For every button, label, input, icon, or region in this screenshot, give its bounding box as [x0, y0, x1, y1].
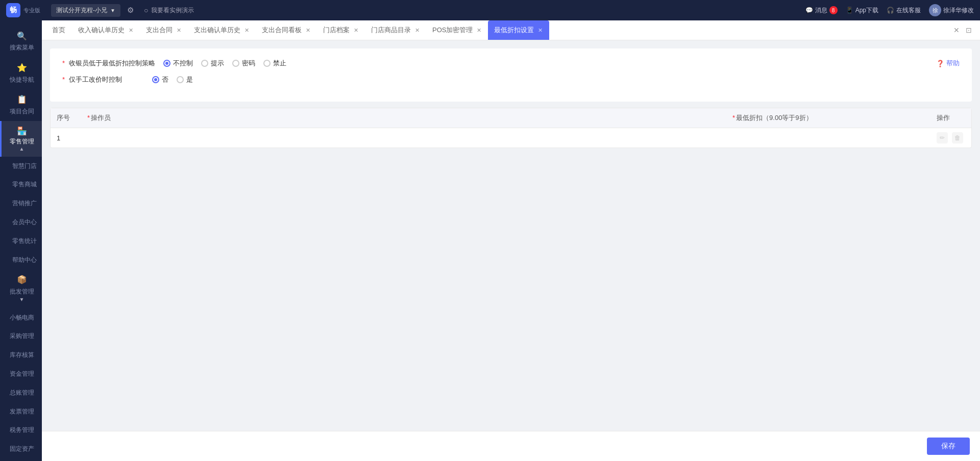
avatar: 徐 — [929, 4, 941, 16]
sidebar-item-retail-stats[interactable]: 零售统计 — [0, 232, 42, 251]
project-dropdown-icon: ▼ — [110, 8, 115, 13]
sidebar-item-batch-label: 批发管理 — [10, 287, 34, 296]
app-edition-label: 专业版 — [23, 7, 40, 14]
tab-store-file[interactable]: 门店档案 ✕ — [317, 20, 365, 40]
sidebar-item-tax[interactable]: 税务管理 — [0, 421, 42, 440]
discount-policy-row: * 收银员低于最低折扣控制策略 不控制 提示 — [62, 59, 960, 68]
tab-income-history[interactable]: 收入确认单历史 ✕ — [72, 20, 140, 40]
sidebar-item-retail[interactable]: 🏪 零售管理 ▲ — [0, 121, 42, 157]
demo-link[interactable]: ○ 我要看实例演示 — [144, 6, 194, 15]
sidebar-item-marketing-label: 营销推广 — [12, 199, 37, 208]
sidebar-item-smart-store-label: 智慧门店 — [12, 162, 37, 171]
col-header-min-discount: *最低折扣（9.00等于9折） — [726, 108, 930, 128]
customer-service-label: 在线客服 — [896, 6, 921, 15]
app-logo: 畅 专业版 — [6, 3, 47, 17]
messages-btn[interactable]: 💬 消息 8 — [805, 6, 838, 15]
sidebar-item-retail-mall[interactable]: 零售商城 — [0, 175, 42, 194]
sidebar-item-search[interactable]: 🔍 搜索菜单 — [0, 26, 42, 57]
sidebar-item-purchase[interactable]: 采购管理 — [0, 327, 42, 346]
col-header-actions: 操作 — [930, 108, 971, 128]
demo-label: 我要看实例演示 — [151, 6, 194, 15]
project-name: 测试分开克程-小兄 — [56, 6, 107, 15]
tab-income-history-close[interactable]: ✕ — [129, 27, 133, 34]
sidebar-item-batch[interactable]: 📦 批发管理 ▼ — [0, 269, 42, 308]
headset-icon: 🎧 — [887, 7, 894, 14]
sidebar-item-accounting[interactable]: 总账管理 — [0, 383, 42, 402]
sidebar-item-help-center[interactable]: 帮助中心 — [0, 251, 42, 270]
sidebar-item-shortcut[interactable]: ⭐ 快捷导航 — [0, 57, 42, 89]
sidebar-item-assets[interactable]: 固定资产 — [0, 440, 42, 458]
discount-table: 序号 *操作员 *最低折扣（9.00等于9折） 操作 1 — [51, 108, 971, 148]
tab-home[interactable]: 首页 — [46, 20, 72, 40]
radio-password[interactable]: 密码 — [232, 59, 255, 68]
tab-close-all-btn[interactable]: ✕ — [951, 25, 962, 35]
tab-min-discount-close[interactable]: ✕ — [538, 27, 543, 34]
radio-no-circle — [152, 76, 159, 83]
app-download-btn[interactable]: 📱 App下载 — [846, 6, 878, 15]
app-download-label: App下载 — [855, 6, 878, 15]
sidebar-item-contract[interactable]: 📋 项目合同 — [0, 89, 42, 120]
cell-min-discount — [726, 128, 930, 148]
required-star-2: * — [62, 76, 65, 83]
radio-yes-circle — [177, 76, 184, 83]
tab-min-discount[interactable]: 最低折扣设置 ✕ — [488, 20, 549, 40]
sidebar-item-finance[interactable]: 资金管理 — [0, 365, 42, 383]
sidebar-item-ecommerce[interactable]: 小畅电商 — [0, 308, 42, 327]
sidebar-item-retail-stats-label: 零售统计 — [12, 237, 37, 246]
page-content: * 收银员低于最低折扣控制策略 不控制 提示 — [42, 40, 980, 431]
tab-store-products[interactable]: 门店商品目录 ✕ — [365, 20, 426, 40]
sidebar-item-contract-label: 项目合同 — [10, 107, 34, 116]
tab-payment-history-label: 支出确认单历史 — [194, 26, 240, 35]
contract-icon: 📋 — [17, 94, 27, 105]
tab-payment-contract[interactable]: 支出合同 ✕ — [140, 20, 188, 40]
sidebar-item-member-label: 会员中心 — [12, 218, 37, 227]
user-name: 徐泽华修改 — [943, 6, 974, 15]
sidebar-item-member[interactable]: 会员中心 — [0, 213, 42, 232]
sidebar-item-shortcut-label: 快捷导航 — [10, 76, 34, 84]
radio-forbid-label: 禁止 — [273, 59, 286, 68]
tab-pos-encrypt[interactable]: POS加密管理 ✕ — [426, 20, 488, 40]
delete-btn[interactable]: 🗑 — [952, 132, 963, 143]
user-menu[interactable]: 徐 徐泽华修改 — [929, 4, 974, 16]
tab-expand-btn[interactable]: ⊡ — [964, 25, 974, 35]
tab-income-history-label: 收入确认单历史 — [78, 26, 125, 35]
tab-store-file-close[interactable]: ✕ — [354, 27, 358, 34]
manual-control-radio-group: 否 是 — [152, 75, 193, 84]
sidebar-item-finance-label: 资金管理 — [10, 370, 34, 378]
tab-payment-board-close[interactable]: ✕ — [306, 27, 310, 34]
cell-seq: 1 — [51, 128, 81, 148]
sidebar-item-invoice[interactable]: 发票管理 — [0, 402, 42, 421]
save-button[interactable]: 保存 — [927, 438, 970, 455]
sidebar-item-marketing[interactable]: 营销推广 — [0, 194, 42, 213]
col-header-operator: *操作员 — [81, 108, 726, 128]
radio-no[interactable]: 否 — [152, 75, 168, 84]
discount-policy-radio-group: 不控制 提示 密码 禁止 — [163, 59, 286, 68]
radio-yes[interactable]: 是 — [177, 75, 193, 84]
tab-payment-board[interactable]: 支出合同看板 ✕ — [256, 20, 317, 40]
retail-arrow-icon: ▲ — [19, 146, 24, 152]
tab-payment-history-close[interactable]: ✕ — [244, 27, 249, 34]
radio-forbid[interactable]: 禁止 — [263, 59, 286, 68]
sidebar-item-smart-store[interactable]: 智慧门店 — [0, 157, 42, 176]
tab-pos-encrypt-close[interactable]: ✕ — [477, 27, 481, 34]
radio-no-control[interactable]: 不控制 — [163, 59, 193, 68]
sidebar-item-search-label: 搜索菜单 — [10, 43, 34, 52]
project-selector[interactable]: 测试分开克程-小兄 ▼ — [51, 4, 120, 17]
col-header-seq: 序号 — [51, 108, 81, 128]
sidebar-item-salary[interactable]: 工资 — [0, 458, 42, 461]
customer-service-btn[interactable]: 🎧 在线客服 — [887, 6, 921, 15]
top-bar: 畅 专业版 测试分开克程-小兄 ▼ ⚙ ○ 我要看实例演示 💬 消息 8 📱 A… — [0, 0, 980, 20]
tab-store-products-close[interactable]: ✕ — [415, 27, 420, 34]
edit-btn[interactable]: ✏ — [937, 132, 948, 143]
tab-min-discount-label: 最低折扣设置 — [494, 26, 534, 35]
tab-payment-contract-close[interactable]: ✕ — [177, 27, 181, 34]
tab-payment-board-label: 支出合同看板 — [262, 26, 302, 35]
radio-remind[interactable]: 提示 — [201, 59, 224, 68]
tab-payment-history[interactable]: 支出确认单历史 ✕ — [188, 20, 256, 40]
search-icon: 🔍 — [17, 31, 27, 42]
settings-icon[interactable]: ⚙ — [124, 3, 138, 17]
help-button[interactable]: ❓ 帮助 — [936, 59, 960, 68]
sidebar-item-inventory[interactable]: 库存核算 — [0, 346, 42, 365]
required-star: * — [62, 59, 65, 67]
top-bar-right: 💬 消息 8 📱 App下载 🎧 在线客服 徐 徐泽华修改 — [805, 4, 974, 16]
